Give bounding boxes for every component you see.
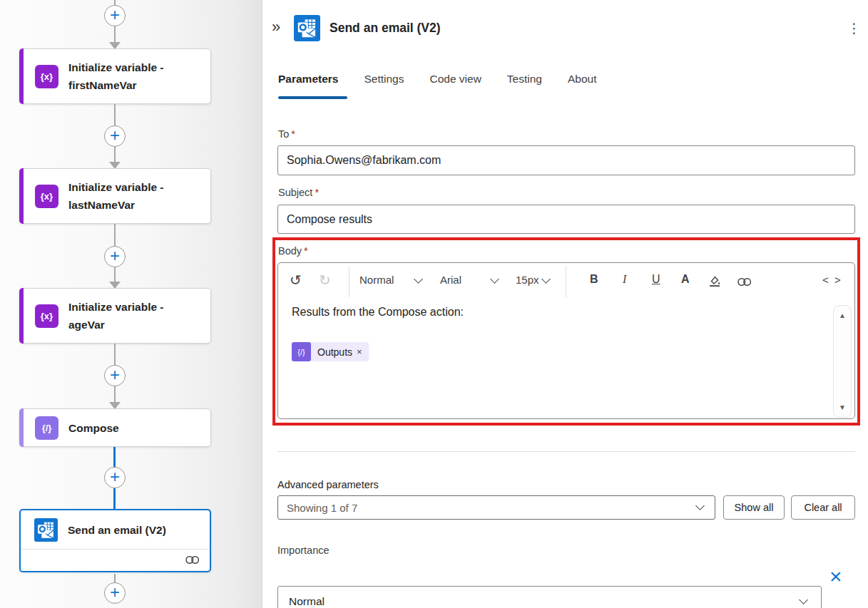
node-label: Compose xyxy=(68,419,195,437)
chevron-down-icon[interactable] xyxy=(414,274,423,284)
redo-icon[interactable]: ↻ xyxy=(319,272,331,289)
flow-node-initialize-firstnamevar[interactable]: {x} Initialize variable - firstNameVar xyxy=(19,48,211,104)
section-divider xyxy=(277,451,855,452)
flow-canvas: + {x} Initialize variable - firstNameVar… xyxy=(0,0,262,608)
clear-all-button[interactable]: Clear all xyxy=(791,495,855,520)
collapse-panel-icon[interactable]: » xyxy=(272,18,280,36)
font-size-dropdown[interactable]: 15px xyxy=(516,274,539,286)
connector-line xyxy=(114,344,116,365)
editor-scrollbar[interactable]: ▲ ▼ xyxy=(833,305,852,418)
plus-icon: + xyxy=(110,127,120,144)
subject-label: Subject* xyxy=(278,187,319,198)
token-remove-icon[interactable]: × xyxy=(357,346,362,357)
plus-icon: + xyxy=(110,247,120,264)
font-name-dropdown[interactable]: Arial xyxy=(440,274,461,286)
toolbar-separator xyxy=(349,266,349,297)
initialize-variable-icon: {x} xyxy=(35,65,58,88)
node-label: Initialize variable - ageVar xyxy=(68,298,195,334)
undo-icon[interactable]: ↺ xyxy=(290,272,302,289)
action-panel: » Send an email (V2) ⋮ Parameters Settin… xyxy=(262,0,868,608)
advanced-parameters-value: Showing 1 of 7 xyxy=(287,502,357,514)
connector-line xyxy=(114,386,116,403)
chevron-down-icon xyxy=(799,595,808,604)
connector-line xyxy=(114,224,116,246)
connector-line-selected xyxy=(113,447,116,467)
subject-label-text: Subject xyxy=(278,187,312,198)
outlook-icon xyxy=(294,15,320,44)
tab-settings[interactable]: Settings xyxy=(364,73,404,86)
panel-title: Send an email (V2) xyxy=(330,21,441,36)
importance-dropdown[interactable]: Normal xyxy=(277,586,822,608)
connector-line-selected xyxy=(113,488,116,509)
tab-testing[interactable]: Testing xyxy=(507,73,542,86)
underline-icon[interactable]: U xyxy=(652,273,660,286)
flow-node-initialize-lastnamevar[interactable]: {x} Initialize variable - lastNameVar xyxy=(19,168,211,224)
token-dynamic-content-icon: {/} xyxy=(292,342,311,361)
toolbar-separator xyxy=(566,266,566,297)
importance-value: Normal xyxy=(289,595,325,608)
node-label: Initialize variable - lastNameVar xyxy=(68,178,195,214)
required-asterisk: * xyxy=(315,187,319,198)
chevron-down-icon[interactable] xyxy=(490,274,499,284)
code-view-toggle-icon[interactable]: < > xyxy=(822,274,842,286)
insert-step-button[interactable]: + xyxy=(104,582,126,604)
insert-step-button[interactable]: + xyxy=(104,467,126,488)
connector-line xyxy=(114,574,116,582)
body-rich-text-editor[interactable]: ↺ ↻ Normal Arial 15px B I U A xyxy=(277,262,855,419)
more-options-icon[interactable]: ⋮ xyxy=(847,20,861,36)
flow-node-compose[interactable]: {/} Compose xyxy=(19,408,211,447)
initialize-variable-icon: {x} xyxy=(35,304,58,328)
tab-about[interactable]: About xyxy=(568,73,597,86)
subject-value: Compose results xyxy=(287,213,372,226)
scroll-up-icon[interactable]: ▲ xyxy=(834,311,851,319)
required-asterisk: * xyxy=(291,128,295,140)
connector-line xyxy=(114,267,116,282)
bold-icon[interactable]: B xyxy=(590,273,598,286)
scroll-down-icon[interactable]: ▼ xyxy=(834,403,851,411)
node-label: Initialize variable - firstNameVar xyxy=(68,58,195,94)
power-automate-designer: + {x} Initialize variable - firstNameVar… xyxy=(0,0,868,608)
tab-code-view[interactable]: Code view xyxy=(429,73,481,86)
outputs-token[interactable]: {/} Outputs × xyxy=(292,342,369,361)
body-label-text: Body xyxy=(278,245,302,257)
connector-line xyxy=(114,26,116,43)
insert-step-button[interactable]: + xyxy=(104,365,126,386)
body-text[interactable]: Results from the Compose action: xyxy=(292,306,464,319)
highlight-color-icon[interactable] xyxy=(708,274,721,290)
insert-step-button[interactable]: + xyxy=(104,246,126,267)
connector-line xyxy=(114,147,116,163)
plus-icon: + xyxy=(110,584,120,601)
insert-step-button[interactable]: + xyxy=(104,125,126,147)
advanced-parameters-label: Advanced parameters xyxy=(277,479,379,490)
paragraph-style-dropdown[interactable]: Normal xyxy=(359,274,394,286)
importance-label: Importance xyxy=(277,545,330,556)
italic-icon[interactable]: I xyxy=(623,273,626,286)
node-accent-bar xyxy=(19,168,24,224)
to-value: Sophia.Owens@fabrikam.com xyxy=(287,154,441,167)
initialize-variable-icon: {x} xyxy=(35,185,58,208)
to-input[interactable]: Sophia.Owens@fabrikam.com xyxy=(277,145,855,175)
tab-parameters[interactable]: Parameters xyxy=(278,73,338,86)
required-asterisk: * xyxy=(304,245,308,257)
connection-icon[interactable] xyxy=(185,555,200,565)
advanced-parameters-dropdown[interactable]: Showing 1 of 7 xyxy=(277,495,715,520)
node-accent-bar xyxy=(19,288,24,344)
show-all-button[interactable]: Show all xyxy=(723,495,785,520)
flow-node-send-email[interactable]: Send an email (V2) xyxy=(19,509,211,572)
link-icon[interactable] xyxy=(737,277,752,289)
plus-icon: + xyxy=(110,468,120,485)
font-color-icon[interactable]: A xyxy=(681,273,690,286)
body-label: Body* xyxy=(278,245,308,257)
to-label-text: To xyxy=(278,128,289,140)
node-label: Send an email (V2) xyxy=(68,521,203,539)
insert-step-button[interactable]: + xyxy=(104,5,126,26)
clear-importance-icon[interactable]: × xyxy=(829,562,842,591)
flow-node-initialize-agevar[interactable]: {x} Initialize variable - ageVar xyxy=(19,288,211,344)
active-tab-indicator xyxy=(278,96,347,99)
send-email-node-header: Send an email (V2) xyxy=(21,510,210,549)
panel-tabs: Parameters Settings Code view Testing Ab… xyxy=(278,73,596,86)
chevron-down-icon[interactable] xyxy=(541,274,551,284)
plus-icon: + xyxy=(110,366,120,383)
subject-input[interactable]: Compose results xyxy=(277,205,855,234)
plus-icon: + xyxy=(110,6,120,24)
